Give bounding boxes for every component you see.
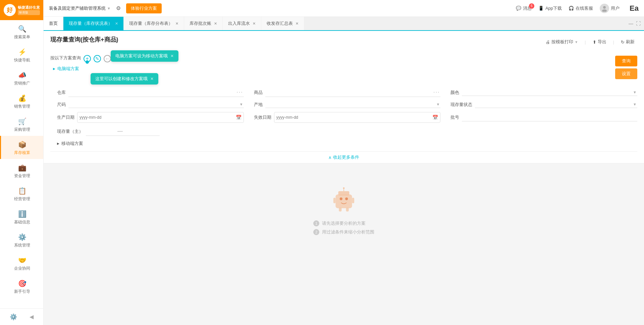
chevron-down-icon: ▼ [575, 40, 578, 44]
tab-home[interactable]: 首页 [44, 17, 63, 30]
color-select[interactable]: ▼ [462, 89, 637, 96]
sidebar-item-sales[interactable]: 💰 销售管理 [0, 90, 43, 113]
chevron-right-icon: ▶ [53, 67, 55, 70]
sidebar-item-stock[interactable]: 📦 库存核算 [0, 136, 43, 159]
stock-amount-wrap: — [86, 127, 160, 136]
schema-row: 按以下方案查询 + ✎ ← 电脑方案可设为移动方案哦 ✕ [50, 55, 637, 62]
collapse-bar[interactable]: ∧ 收起更多条件 [50, 151, 637, 163]
tab-expand-icon[interactable]: ⛶ [636, 21, 641, 26]
size-select-wrap: ▼ [68, 101, 244, 108]
more-dots-icon: ··· [433, 89, 440, 95]
settings-icon[interactable]: ⚙️ [10, 313, 17, 321]
message-badge: 6 [529, 3, 534, 9]
purchase-icon: 🛒 [18, 117, 26, 125]
settings-gear-icon[interactable]: ⚙ [116, 5, 121, 11]
collapse-sidebar-icon[interactable]: ◀ [30, 314, 34, 320]
sidebar-item-finance[interactable]: 💼 资金管理 [0, 159, 43, 182]
warehouse-select[interactable]: ··· [68, 88, 244, 97]
sidebar-item-label: 销售管理 [14, 104, 30, 109]
add-schema-btn[interactable]: + [84, 55, 91, 62]
tab-in-out-flow[interactable]: 出入库流水 ✕ [223, 17, 261, 30]
search-icon: 🔍 [18, 25, 26, 33]
stock-amount-input[interactable] [88, 129, 115, 134]
sales-icon: 💰 [18, 94, 26, 102]
sidebar-item-marketing[interactable]: 📣 营销推广 [0, 66, 43, 90]
query-section: 按以下方案查询 + ✎ ← 电脑方案可设为移动方案哦 ✕ ▶ [44, 52, 644, 163]
tab-close-icon[interactable]: ✕ [253, 21, 256, 26]
tab-minimize-icon[interactable]: — [629, 21, 633, 26]
user-btn[interactable]: 用户 [600, 4, 620, 13]
stock-status-select[interactable]: ▼ [475, 101, 637, 108]
stock-amount-input-end[interactable] [125, 129, 152, 134]
expire-date-label: 失效日期 [254, 114, 271, 120]
tab-close-icon[interactable]: ✕ [115, 21, 118, 26]
svg-point-4 [340, 198, 342, 200]
tooltip-close-btn-2[interactable]: ✕ [150, 76, 154, 81]
message-btn[interactable]: 💬 6 消息 [516, 5, 532, 11]
create-tooltip-popup: 这里可以创建和修改方案哦 ✕ [91, 73, 158, 85]
filter-warehouse: 仓库 ··· [57, 88, 244, 97]
tooltip-close-btn[interactable]: ✕ [170, 54, 174, 58]
size-select[interactable]: ▼ [68, 101, 244, 108]
schema-item-desktop[interactable]: ▶ 电脑端方案 [50, 64, 637, 73]
tab-stock-dist[interactable]: 现存量（库存分布表） ✕ [124, 17, 184, 30]
filter-produce-date: 生产日期 📅 [57, 112, 244, 123]
hint-item-1: 1 请先选择要分析的方案 [313, 219, 374, 228]
calendar-icon[interactable]: 📅 [236, 115, 241, 120]
online-support-btn[interactable]: 🎧 在线客服 [569, 5, 593, 11]
edit-schema-btn[interactable]: ✎ [94, 55, 101, 62]
tab-close-icon[interactable]: ✕ [296, 21, 299, 26]
quick-nav-icon: ⚡ [18, 48, 26, 56]
sidebar-item-label: 营销推广 [14, 80, 30, 86]
app-download-btn[interactable]: 📱 App下载 [538, 5, 562, 11]
chevron-right-icon: ▶ [57, 142, 59, 145]
filter-stock-status: 现存量状态 ▼ [450, 101, 637, 108]
produce-date-input[interactable] [79, 115, 234, 120]
query-label: 按以下方案查询 [50, 55, 81, 61]
sidebar-item-system[interactable]: ⚙️ 系统管理 [0, 228, 43, 252]
svg-point-11 [343, 187, 345, 189]
tab-batch-account[interactable]: 库存批次账 ✕ [184, 17, 223, 30]
sidebar-item-label: 经营管理 [14, 196, 30, 202]
system-name[interactable]: 装备及固定资产辅助管理系统 ▼ [49, 5, 111, 11]
sidebar-item-operation[interactable]: 📋 经营管理 [0, 182, 43, 205]
batch-input[interactable] [462, 113, 637, 121]
trial-button[interactable]: 体验行业方案 [126, 3, 162, 13]
origin-select[interactable]: ▼ [265, 101, 441, 108]
sidebar-item-purchase[interactable]: 🛒 采购管理 [0, 113, 43, 136]
calendar-icon[interactable]: 📅 [432, 115, 438, 120]
back-arrow-btn[interactable]: ← [104, 55, 111, 62]
sidebar-item-quick-nav[interactable]: ⚡ 快捷导航 [0, 43, 43, 66]
print-btn[interactable]: 🖨 按模板打印 ▼ [543, 37, 581, 47]
sidebar-logo: 好 畅捷通好生意 标准版 [0, 0, 43, 20]
tab-close-icon[interactable]: ✕ [175, 21, 178, 26]
sidebar-item-label: 系统管理 [14, 242, 30, 248]
tab-recv-summary[interactable]: 收发存汇总表 ✕ [261, 17, 304, 30]
goods-select[interactable]: ··· [265, 88, 441, 97]
avatar [600, 4, 609, 13]
sidebar-item-guide[interactable]: 🎯 新手引导 [0, 275, 43, 298]
sidebar-item-enterprise[interactable]: 🤝 企业协同 [0, 252, 43, 275]
export-btn[interactable]: ⬆ 导出 [590, 37, 609, 47]
header-right: 💬 6 消息 📱 App下载 🎧 在线客服 用户 Ea [516, 4, 639, 13]
sidebar-item-basic[interactable]: ℹ️ 基础信息 [0, 205, 43, 228]
page-header: 现存量查询(按仓库+商品) 🖨 按模板打印 ▼ | ⬆ 导出 | ↻ 刷新 [44, 31, 644, 52]
filter-size: 尺码 ▼ [57, 101, 244, 108]
sidebar-item-label: 资金管理 [14, 173, 30, 179]
warehouse-label: 仓库 [57, 90, 66, 96]
search-button[interactable]: 查询 [615, 56, 637, 66]
filter-expire-date: 失效日期 📅 [254, 112, 441, 123]
finance-icon: 💼 [18, 164, 26, 172]
schema-item-mobile[interactable]: ▶ 移动端方案 [57, 139, 637, 148]
origin-label: 产地 [254, 102, 263, 108]
sidebar-item-search[interactable]: 🔍 搜索菜单 [0, 20, 43, 43]
tab-close-icon[interactable]: ✕ [214, 21, 217, 26]
reset-button[interactable]: 设置 [615, 68, 637, 79]
refresh-btn[interactable]: ↻ 刷新 [618, 37, 637, 47]
empty-state: 1 请先选择要分析的方案 2 用过滤条件来缩小分析范围 [44, 163, 644, 257]
sidebar-item-label: 企业协同 [14, 266, 30, 271]
tab-stock-status[interactable]: 现存量（库存状况表） ✕ [63, 17, 124, 30]
expire-date-input[interactable] [276, 115, 431, 120]
svg-rect-3 [338, 191, 350, 196]
export-icon: ⬆ [593, 40, 596, 45]
